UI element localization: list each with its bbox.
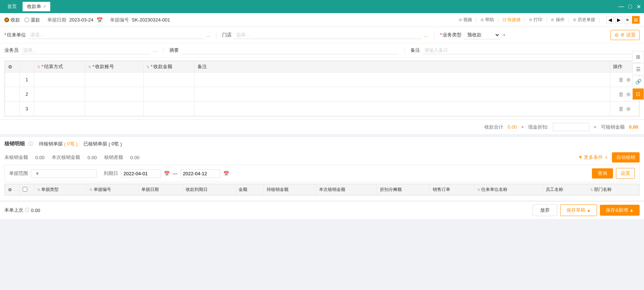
save-new-btn[interactable]: 保存&新增 ▲ [600,205,640,216]
tab-pending[interactable]: 待核销单据 ( 0笔 ) [39,141,78,147]
td-note-2[interactable] [195,87,610,102]
lth-amount: 金额 [235,184,263,195]
copy-row-1[interactable]: ⊕ [626,77,631,83]
lth-settings[interactable]: ⚙ [5,184,20,195]
td-amount-2[interactable] [144,87,195,102]
copy-row-3[interactable]: ⊕ [626,106,631,112]
auto-hexiao-btn[interactable]: 自动核销 [612,152,640,162]
print-btn[interactable]: ⊙ 打印 [529,17,542,23]
filter-date-group: 到期日 📅 — 📅 [104,169,229,178]
view-icon-grid[interactable]: ⊞ [632,16,640,24]
lth-staff: 员工名称 [542,184,587,195]
view-icon-list[interactable]: ≡ [624,16,631,24]
staff-more-btn[interactable]: ... [153,47,157,53]
nav-home[interactable]: 首页 [3,2,21,11]
hexiao-info-icon[interactable]: ⓘ [28,141,33,147]
copy-row-2[interactable]: ⊕ [626,91,631,98]
td-account-2[interactable] [85,87,144,102]
delete-row-1[interactable]: 🗑 [619,77,624,83]
radio-refund[interactable]: 退款 [24,17,40,23]
total-value: 0.00 [508,124,517,130]
select-all-checkbox[interactable] [23,187,27,192]
th-amount: ⇅ *收款金额 [144,61,195,72]
to-cal-icon[interactable]: 📅 [223,171,229,176]
summary-input[interactable] [181,46,398,54]
right-panel-btn-3[interactable]: 🔗 [632,76,644,87]
from-cal-icon[interactable]: 📅 [164,171,170,176]
right-panel-btn-2[interactable]: ☰ [632,63,644,75]
lth-check[interactable] [20,184,34,195]
right-panel: ⊞ ☰ 🔗 ⊡ [632,51,644,100]
window-controls: — □ ✕ [618,3,641,10]
right-panel-btn-4[interactable]: ⊡ [632,88,644,100]
tab-done-label: 已核销单据 [83,141,107,147]
from-date-input[interactable] [121,169,161,178]
view-icon-next[interactable]: ▶ [615,16,623,24]
td-note-3[interactable] [195,102,610,116]
save-draft-btn[interactable]: 保存草稿 ▲ [560,204,597,216]
receipt-table-container: ⚙ ⇅ *结算方式 ⇅ *收款账号 ⇅ *收款金额 备注 操作 [4,60,640,117]
td-settings-1 [5,72,20,87]
view-icon-prev[interactable]: ◀ [606,16,614,24]
shop-more-btn[interactable]: ... [424,32,428,38]
bottom-info-icon[interactable]: ⓘ [25,207,30,213]
setting-icon: ⚙ [614,32,619,38]
td-jiesuan-1[interactable] [34,72,85,87]
query-btn[interactable]: 查询 [592,168,613,179]
radio-receipt[interactable]: 收款 [4,17,20,23]
field-summary: 摘要 [169,46,398,54]
td-jiesuan-2[interactable] [34,87,85,102]
td-amount-3[interactable] [144,102,195,116]
shop-input[interactable] [234,31,421,39]
tab-done[interactable]: 已核销单据 ( 0笔 ) [83,141,122,147]
divider-2 [434,31,434,39]
filter-set-btn[interactable]: 设置 [616,168,635,179]
window-close-btn[interactable]: ✕ [636,3,641,10]
td-amount-1[interactable] [144,72,195,87]
help-btn[interactable]: ⊙ 帮助 [480,17,494,23]
delete-row-2[interactable]: 🗑 [619,91,624,97]
td-account-3[interactable] [85,102,144,116]
lth-date: 单据日期 [138,184,183,195]
discard-btn[interactable]: 放弃 [533,204,557,216]
receipt-table: ⚙ ⇅ *结算方式 ⇅ *收款账号 ⇅ *收款金额 备注 操作 [5,61,639,116]
more-conditions-btn[interactable]: ▼ 更多条件 ∧ [578,154,608,161]
right-panel-btn-1[interactable]: ⊞ [632,51,644,63]
remark-input[interactable] [422,46,640,54]
td-jiesuan-3[interactable] [34,102,85,116]
range-select[interactable]: ▼ [31,169,97,178]
nav-tab-close[interactable]: × [43,4,46,9]
td-account-1[interactable] [85,72,144,87]
view-icons: ◀ ▶ ≡ ⊞ [606,16,640,24]
delete-row-3[interactable]: 🗑 [619,106,624,112]
unit-input[interactable] [28,31,204,39]
td-note-1[interactable] [195,72,610,87]
field-unit: *往来单位 ... [4,31,210,39]
window-min-btn[interactable]: — [618,3,624,10]
th-settings[interactable]: ⚙ [5,61,20,72]
lth-curhexiao: 本次核销金额 [316,184,377,195]
nav-tab-receipt[interactable]: 收款单 × [23,2,50,11]
video-btn[interactable]: ⊙ 视频 [459,17,472,23]
operate-btn[interactable]: ⊙ 操作 [551,17,564,23]
lower-table-container: ⚙ ⇅ 单据类型 ⇅ 单据编号 单据日期 [4,184,640,196]
history-btn[interactable]: ⊙ 历史单据 [573,17,595,23]
shortcut-btn[interactable]: ⊡ 快捷键 [503,17,521,23]
window-max-btn[interactable]: □ [628,3,632,10]
tab-done-count-val: 0笔 [111,141,119,147]
lth-discount: 折扣分摊额 [377,184,429,195]
to-date-input[interactable] [180,169,220,178]
tab-pending-count: ( [64,141,66,147]
unit-more-btn[interactable]: ... [206,32,210,38]
staff-input[interactable] [21,46,151,54]
toolbar-row: 收款 退款 单据日期 2023-03-24 📅 单据编号 SK-20230324… [0,13,644,27]
date-cal-icon[interactable]: 📅 [97,17,103,23]
setting-btn[interactable]: ⚙ ⚙ 设置 [610,30,640,40]
td-index-2: 2 [20,87,34,102]
discount-input[interactable] [553,123,589,131]
date-range-sep: — [173,171,177,176]
bottom-value: 0.00 [31,208,40,213]
biz-chevron: ▼ [502,33,506,37]
tab-pending-label: 待核销单据 [39,141,63,147]
biz-select[interactable]: 预收款 [464,31,500,39]
